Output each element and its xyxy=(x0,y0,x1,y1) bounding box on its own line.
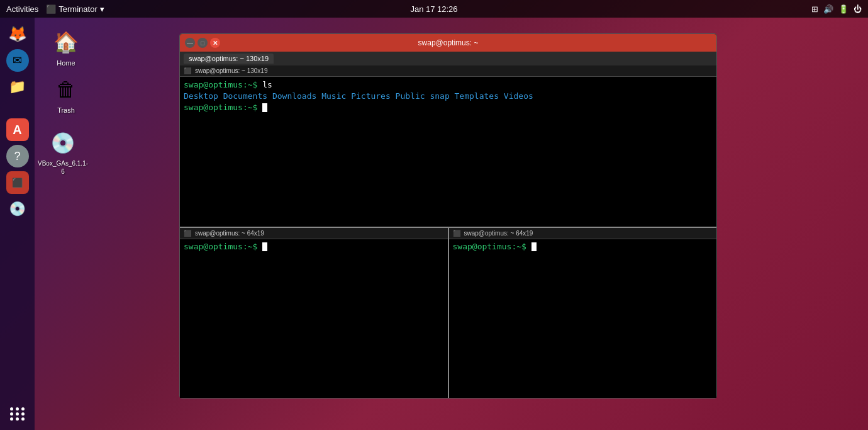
activities-button[interactable]: Activities xyxy=(6,4,38,14)
pane-bottom-right-content[interactable]: swap@optimus:~$ xyxy=(449,239,717,398)
terminal-pane-bottom: ⬛ swap@optimus: ~ 64x19 swap@optimus:~$ … xyxy=(180,228,716,398)
dir-pictures: Pictures xyxy=(351,91,391,101)
desktop: 🦊 ✉ 📁 A ? ⬛ 💿 xyxy=(0,18,868,430)
desktop-icon-home[interactable]: 🏠 Home xyxy=(44,27,88,67)
pane-top-header: ⬛ swap@optimus: ~ 130x19 xyxy=(180,65,716,77)
terminal-pane-top[interactable]: ⬛ swap@optimus: ~ 130x19 swap@optimus:~$… xyxy=(180,65,716,228)
trash-icon: 🗑 xyxy=(51,74,81,105)
pane-top-content[interactable]: swap@optimus:~$ ls Desktop Documents Dow… xyxy=(180,77,716,227)
sidebar-item-firefox[interactable]: 🦊 xyxy=(2,23,33,45)
pane-bl-icon: ⬛ xyxy=(184,230,191,237)
dir-documents: Documents xyxy=(223,91,267,101)
appstore-icon: A xyxy=(6,118,29,141)
pane-top-prompt2-line: swap@optimus:~$ xyxy=(184,102,713,113)
prompt-green-1: swap@optimus:~$ xyxy=(184,80,262,89)
volume-icon[interactable]: 🔊 xyxy=(823,4,833,14)
sidebar-item-terminal[interactable]: ⬛ xyxy=(2,171,33,194)
vbox-label: VBox_GAs_6.1.1-6 xyxy=(38,159,88,176)
pane-bl-header-text: swap@optimus: ~ 64x19 xyxy=(195,230,264,237)
desktop-icon-trash[interactable]: 🗑 Trash xyxy=(44,74,88,115)
terminal-pane-bottom-left[interactable]: ⬛ swap@optimus: ~ 64x19 swap@optimus:~$ xyxy=(180,228,449,398)
network-icon[interactable]: ⊞ xyxy=(811,4,818,14)
thunderbird-icon: ✉ xyxy=(6,49,29,72)
cursor-bl xyxy=(262,242,267,251)
pane-top-icon: ⬛ xyxy=(184,67,191,74)
terminal-titlebar: — □ ✕ swap@optimus: ~ xyxy=(180,34,716,52)
dir-templates: Templates xyxy=(455,91,499,101)
files-icon: 📁 xyxy=(6,76,29,98)
window-controls: — □ ✕ xyxy=(185,38,223,48)
desktop-icon-vbox[interactable]: 💿 VBox_GAs_6.1.1-6 xyxy=(41,128,85,176)
pane-top-header-text: swap@optimus: ~ 130x19 xyxy=(195,67,268,74)
dir-snap: snap xyxy=(430,91,449,101)
terminal-tabbar: swap@optimus: ~ 130x19 xyxy=(180,52,716,65)
prompt-br-green: swap@optimus:~$ xyxy=(453,242,531,251)
terminator-taskbar-item[interactable]: ⬛ Terminator ▾ xyxy=(46,4,104,14)
dir-music: Music xyxy=(321,91,346,101)
dir-desktop: Desktop xyxy=(184,91,218,101)
sidebar-dock: 🦊 ✉ 📁 A ? ⬛ 💿 xyxy=(0,18,35,430)
dir-videos: Videos xyxy=(504,91,533,101)
sidebar-item-appstore[interactable]: A xyxy=(2,118,33,141)
pane-top-ls-output: Desktop Documents Downloads Music Pictur… xyxy=(184,91,713,102)
close-button[interactable]: ✕ xyxy=(210,38,220,48)
home-icon: 🏠 xyxy=(51,27,81,57)
topbar-right: ⊞ 🔊 🔋 ⏻ xyxy=(811,4,862,14)
sidebar-item-help[interactable]: ? xyxy=(2,145,33,167)
dir-downloads: Downloads xyxy=(272,91,316,101)
firefox-icon: 🦊 xyxy=(6,23,29,45)
prompt-bl-green: swap@optimus:~$ xyxy=(184,242,262,251)
pane-top-cmd-line: swap@optimus:~$ ls xyxy=(184,79,713,91)
topbar-datetime: Jan 17 12:26 xyxy=(410,4,457,14)
home-label: Home xyxy=(57,59,75,67)
sidebar-item-files[interactable]: 📁 xyxy=(2,76,33,98)
pane-br-icon: ⬛ xyxy=(453,230,460,237)
minimize-button[interactable]: — xyxy=(185,38,195,48)
terminator-icon: ⬛ xyxy=(46,4,56,14)
sidebar-item-dvd[interactable]: 💿 xyxy=(2,198,33,220)
terminator-chevron: ▾ xyxy=(100,4,104,14)
dir-public: Public xyxy=(396,91,425,101)
cursor-br xyxy=(531,242,537,251)
topbar: Activities ⬛ Terminator ▾ Jan 17 12:26 ⊞… xyxy=(0,0,868,18)
terminator-label: Terminator xyxy=(58,4,97,14)
pane-br-header-text: swap@optimus: ~ 64x19 xyxy=(464,230,533,237)
terminal-dock-icon: ⬛ xyxy=(6,171,29,194)
sidebar-item-thunderbird[interactable]: ✉ xyxy=(2,49,33,72)
terminal-panes: ⬛ swap@optimus: ~ 130x19 swap@optimus:~$… xyxy=(180,65,716,398)
trash-label: Trash xyxy=(57,106,75,115)
pane-bottom-left-header: ⬛ swap@optimus: ~ 64x19 xyxy=(180,228,448,239)
maximize-button[interactable]: □ xyxy=(198,38,208,48)
terminal-tab[interactable]: swap@optimus: ~ 130x19 xyxy=(184,54,274,64)
vbox-icon: 💿 xyxy=(48,128,78,158)
topbar-left: Activities ⬛ Terminator ▾ xyxy=(6,4,104,14)
cursor-top xyxy=(262,103,267,112)
app-grid-button[interactable] xyxy=(10,407,25,421)
pane-bottom-right-header: ⬛ swap@optimus: ~ 64x19 xyxy=(449,228,717,239)
power-icon[interactable]: ⏻ xyxy=(854,4,862,14)
help-icon: ? xyxy=(6,145,29,167)
terminal-pane-bottom-right[interactable]: ⬛ swap@optimus: ~ 64x19 swap@optimus:~$ xyxy=(449,228,717,398)
dvd-icon: 💿 xyxy=(6,198,29,220)
terminal-window: — □ ✕ swap@optimus: ~ swap@optimus: ~ 13… xyxy=(179,33,717,399)
battery-icon[interactable]: 🔋 xyxy=(838,4,849,14)
grid-dots-icon xyxy=(10,407,25,421)
prompt-green-2: swap@optimus:~$ xyxy=(184,103,262,112)
pane-bottom-left-content[interactable]: swap@optimus:~$ xyxy=(180,239,448,398)
terminal-title: swap@optimus: ~ xyxy=(223,38,674,47)
cmd-ls: ls xyxy=(262,80,272,89)
